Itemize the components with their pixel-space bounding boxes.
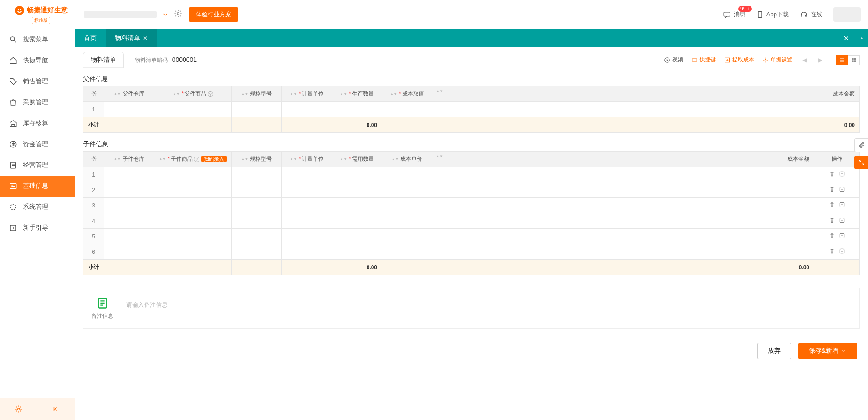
attachment-button[interactable]	[854, 138, 868, 152]
expand-button[interactable]	[854, 156, 868, 169]
col-parent-costmode[interactable]: ▲▼*成本取值	[382, 86, 432, 102]
scan-entry-button[interactable]: 扫码录入	[201, 156, 227, 162]
sidebar-label: 库存核算	[23, 119, 48, 127]
child-row[interactable]: 6	[83, 244, 860, 260]
add-row-icon[interactable]	[839, 217, 845, 223]
org-settings-button[interactable]	[174, 10, 182, 19]
tag-icon	[9, 77, 17, 86]
messages-badge: 99 +	[738, 6, 752, 12]
add-row-icon[interactable]	[839, 233, 845, 239]
tab-bom[interactable]: 物料清单✕	[106, 29, 157, 47]
action-extract-cost[interactable]: 提取成本	[724, 56, 754, 64]
col-child-unit[interactable]: ▲▼*计量单位	[282, 152, 332, 167]
child-row[interactable]: 2	[83, 182, 860, 198]
sidebar-item-system[interactable]: 系统管理	[0, 197, 75, 218]
code-label: 物料清单编码	[135, 57, 168, 63]
sidebar-footer	[0, 398, 75, 420]
col-parent-product[interactable]: ▲▼*父件商品?	[154, 86, 232, 102]
clipboard-icon	[9, 161, 17, 169]
footer-bar: 放弃 保存&新增	[75, 337, 868, 364]
sidebar-item-search[interactable]: 搜索菜单	[0, 29, 75, 50]
tabbar-more[interactable]	[855, 29, 868, 47]
child-row[interactable]: 1	[83, 167, 860, 182]
col-parent-spec[interactable]: ▲▼规格型号	[232, 86, 282, 102]
info-icon[interactable]: ?	[194, 157, 199, 162]
delete-row-icon[interactable]	[829, 248, 835, 254]
app-download-button[interactable]: App下载	[756, 10, 789, 19]
gear-icon	[91, 90, 97, 96]
org-name-masked	[84, 11, 157, 18]
action-shortcut[interactable]: 快捷键	[691, 56, 716, 64]
delete-row-icon[interactable]	[829, 186, 835, 192]
sidebar-item-operation[interactable]: 经营管理	[0, 155, 75, 176]
online-support-button[interactable]: 在线	[800, 10, 822, 19]
tab-close-icon[interactable]: ✕	[143, 35, 148, 41]
org-selector[interactable]	[84, 11, 168, 18]
save-and-new-button[interactable]: 保存&新增	[798, 343, 857, 359]
sidebar-label: 新手引导	[23, 224, 48, 232]
discard-button[interactable]: 放弃	[757, 343, 791, 359]
sparkle-icon	[9, 224, 17, 232]
col-parent-qty[interactable]: ▲▼*生产数量	[332, 86, 382, 102]
delete-row-icon[interactable]	[829, 217, 835, 223]
parent-row[interactable]: 1	[83, 102, 860, 117]
doc-code: 物料清单编码 0000001	[135, 56, 197, 64]
sidebar-item-guide[interactable]: 新手引导	[0, 218, 75, 238]
add-row-icon[interactable]	[839, 186, 845, 192]
col-parent-unit[interactable]: ▲▼*计量单位	[282, 86, 332, 102]
child-row[interactable]: 4	[83, 213, 860, 229]
sidebar-label: 经营管理	[23, 161, 48, 169]
col-settings-button[interactable]	[83, 152, 104, 167]
col-child-product[interactable]: ▲▼*子件商品?扫码录入	[154, 152, 232, 167]
view-list-button[interactable]	[836, 55, 848, 65]
tabbar-close-all[interactable]	[837, 29, 855, 47]
gear-icon	[174, 10, 182, 18]
col-child-warehouse[interactable]: ▲▼子件仓库	[104, 152, 154, 167]
sidebar-item-finance[interactable]: 资金管理	[0, 134, 75, 155]
delete-row-icon[interactable]	[829, 202, 835, 208]
grid-icon	[851, 57, 857, 63]
action-video[interactable]: 视频	[664, 56, 683, 64]
collapse-icon[interactable]	[52, 405, 60, 413]
logo-area[interactable]: 畅捷通好生意 标准版	[7, 5, 75, 24]
messages-button[interactable]: 消息 99 +	[723, 10, 745, 19]
user-avatar[interactable]	[833, 7, 861, 22]
sidebar-item-basicinfo[interactable]: 基础信息	[0, 176, 75, 197]
delete-row-icon[interactable]	[829, 171, 835, 177]
svg-point-18	[93, 92, 95, 94]
tab-home[interactable]: 首页	[75, 29, 106, 47]
delete-row-icon[interactable]	[829, 233, 835, 239]
settings-icon[interactable]	[15, 405, 23, 413]
col-child-spec[interactable]: ▲▼规格型号	[232, 152, 282, 167]
child-row[interactable]: 5	[83, 229, 860, 244]
col-parent-amount[interactable]: ▲▼成本金额	[432, 86, 860, 102]
col-child-price[interactable]: ▲▼成本单价	[382, 152, 432, 167]
add-row-icon[interactable]	[839, 248, 845, 254]
col-parent-warehouse[interactable]: ▲▼父件仓库	[104, 86, 154, 102]
add-row-icon[interactable]	[839, 171, 845, 177]
col-child-amount[interactable]: ▲▼成本金额	[432, 152, 814, 167]
add-row-icon[interactable]	[839, 202, 845, 208]
extract-icon	[724, 57, 730, 63]
sidebar-item-sales[interactable]: 销售管理	[0, 71, 75, 92]
bag-icon	[9, 98, 17, 106]
view-card-button[interactable]	[848, 55, 860, 65]
promo-button[interactable]: 体验行业方案	[189, 7, 238, 22]
side-float-tools	[854, 138, 868, 169]
next-doc-button[interactable]: ▶	[817, 57, 824, 63]
remark-input[interactable]	[124, 297, 851, 313]
online-label: 在线	[811, 10, 822, 19]
action-doc-settings[interactable]: 单据设置	[762, 56, 792, 64]
sidebar-item-quicknav[interactable]: 快捷导航	[0, 50, 75, 71]
sidebar-item-inventory[interactable]: 库存核算	[0, 113, 75, 134]
svg-point-13	[765, 59, 766, 61]
col-child-qty[interactable]: ▲▼*需用数量	[332, 152, 382, 167]
svg-point-19	[93, 157, 95, 159]
col-settings-button[interactable]	[83, 86, 104, 102]
sidebar-item-purchase[interactable]: 采购管理	[0, 92, 75, 113]
download-label: App下载	[766, 10, 789, 19]
child-row[interactable]: 3	[83, 198, 860, 213]
info-icon[interactable]: ?	[208, 91, 213, 97]
brand-edition: 标准版	[32, 17, 50, 24]
prev-doc-button[interactable]: ◀	[801, 57, 808, 63]
